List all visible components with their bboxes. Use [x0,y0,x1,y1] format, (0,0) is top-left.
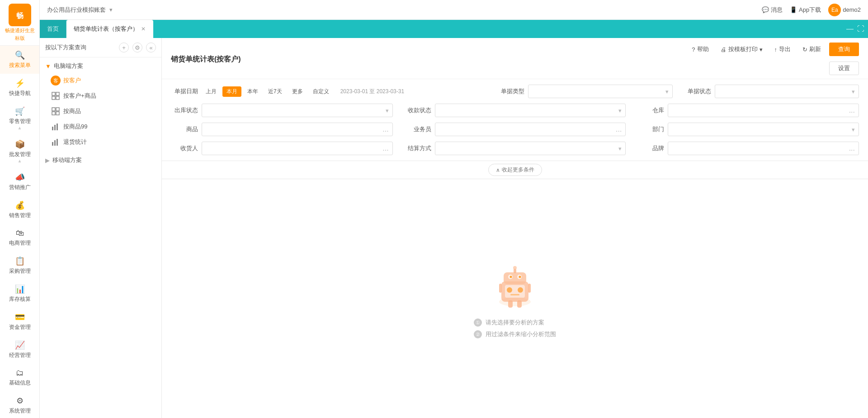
refresh-btn[interactable]: ↻ 刷新 [799,43,825,55]
scheme-settings-btn[interactable]: ⚙ [132,43,142,52]
staff-select[interactable]: ... [435,123,626,136]
collapse-panel-btn[interactable]: « [146,43,156,52]
doc-type-select[interactable]: ▾ [528,85,672,98]
doc-status-select[interactable]: ▾ [715,85,859,98]
export-label: 导出 [779,45,791,53]
svg-point-29 [510,276,512,278]
empty-robot-svg [488,259,542,313]
doc-type-dropdown-icon: ▾ [665,88,669,95]
brand-select[interactable]: ... [668,142,859,155]
tree-child-by-goods[interactable]: 按商品 [40,104,161,119]
goods-select[interactable]: ... [202,123,393,136]
warehouse-dots-icon[interactable]: ... [849,106,855,114]
date-tab-this-month[interactable]: 本月 [222,86,241,97]
finance-icon: 💳 [15,312,25,322]
date-tab-last-month[interactable]: 上月 [202,86,221,97]
settings-button[interactable]: 设置 [829,62,859,75]
sidebar-item-finance[interactable]: 💳 资金管理 [0,308,39,336]
payment-select[interactable]: ▾ [435,142,626,155]
staff-dots-icon[interactable]: ... [616,125,622,133]
tab-report[interactable]: 销货单统计表（按客户） ✕ [66,20,153,38]
svg-rect-4 [52,96,55,100]
out-status-select[interactable]: ▾ [202,104,393,117]
svg-rect-21 [510,294,519,295]
left-panel-header: 按以下方案查询 + ⚙ « [40,38,161,57]
template-print-label: 按模板打印 [728,45,758,53]
date-tab-7days[interactable]: 近7天 [264,86,286,97]
sidebar-item-sales[interactable]: 💰 销售管理 [0,196,39,224]
refresh-label: 刷新 [809,45,821,53]
dropdown-icon[interactable]: ▾ [109,6,113,13]
top-header: 办公用品行业模拟账套 ▾ 💬 消息 📱 App下载 Ea demo2 [40,0,868,20]
add-scheme-btn[interactable]: + [119,43,129,52]
tree-child-by-customer[interactable]: 客 按客户 [40,73,161,88]
sidebar-item-operation[interactable]: 📈 经营管理 [0,336,39,364]
date-tab-this-year[interactable]: 本年 [243,86,262,97]
sidebar-item-label: 资金管理 [9,323,31,331]
page-content: 按以下方案查询 + ⚙ « ▼ 电脑端方案 [40,38,868,418]
sidebar-item-system[interactable]: ⚙ 系统管理 [0,391,39,418]
out-status-dropdown-icon: ▾ [386,107,389,114]
svg-rect-10 [52,127,53,130]
sidebar-item-basic[interactable]: 🗂 基础信息 [0,364,39,391]
tab-minimize-btn[interactable]: — [846,25,854,33]
dept-select[interactable]: ▾ [668,123,859,136]
template-print-btn[interactable]: 🖨 按模板打印 ▾ [717,43,766,55]
user-area[interactable]: Ea demo2 [828,4,861,16]
sidebar-item-label: 搜索菜单 [9,62,31,69]
logo-subtext: 标版 [15,35,25,42]
receipt-status-select[interactable]: ▾ [435,104,626,117]
sidebar-item-marketing[interactable]: 📣 营销推广 [0,168,39,196]
tab-home[interactable]: 首页 [40,20,66,38]
logo-text: 畅捷通好生意 [5,27,35,34]
sidebar-item-ecommerce[interactable]: 🛍 电商管理 [0,224,39,252]
page-actions: ? 帮助 🖨 按模板打印 ▾ ↑ 导出 ↻ [688,43,825,55]
header-right: 💬 消息 📱 App下载 Ea demo2 [762,4,861,16]
by-goods-99-icon [51,122,61,132]
hint-2-text: 用过滤条件来缩小分析范围 [486,330,556,338]
export-btn[interactable]: ↑ 导出 [771,43,795,55]
sidebar-item-purchase[interactable]: 📋 采购管理 [0,252,39,280]
sidebar-item-inventory[interactable]: 📊 库存核算 [0,280,39,308]
left-panel-title: 按以下方案查询 [45,43,86,52]
svg-rect-23 [528,284,531,293]
query-button[interactable]: 查询 [829,43,859,56]
tab-maximize-btn[interactable]: ⛶ [857,25,864,33]
goods-dots-icon[interactable]: ... [382,125,388,133]
logo-area: 畅 畅捷通好生意 标版 [0,0,39,46]
tree-child-by-customer-goods[interactable]: 按客户+商品 [40,88,161,104]
doc-type-label: 单据类型 [497,87,524,95]
svg-point-32 [513,266,517,270]
tree-desktop-parent[interactable]: ▼ 电脑端方案 [40,59,161,73]
receiver-select[interactable]: ... [202,142,393,155]
help-label: 帮助 [697,45,709,53]
help-btn[interactable]: ? 帮助 [688,43,712,55]
user-name: demo2 [843,6,861,13]
date-tab-more[interactable]: 更多 [288,86,307,97]
tree-child-returns[interactable]: 退货统计 [40,134,161,150]
svg-point-30 [519,276,521,278]
sidebar-item-wholesale[interactable]: 📦 批发管理 ▲ [0,135,39,168]
receiver-dots-icon[interactable]: ... [382,144,388,152]
tree-child-by-goods-99[interactable]: 按商品99 [40,119,161,134]
tab-close-btn[interactable]: ✕ [141,26,146,32]
main-area: 办公用品行业模拟账套 ▾ 💬 消息 📱 App下载 Ea demo2 首页 [40,0,868,418]
app-download-btn[interactable]: 📱 App下载 [790,6,821,14]
collapse-conditions-btn[interactable]: ∧ 收起更多条件 [488,164,542,176]
right-content: 销货单统计表(按客户) ? 帮助 🖨 按模板打印 ▾ ↑ [162,38,868,418]
warehouse-select[interactable]: ... [668,104,859,117]
divider-5 [398,123,399,136]
filter-doc-status: 单据状态 ▾ [684,85,859,98]
sidebar-item-retail[interactable]: 🛒 零售管理 ▲ [0,102,39,135]
tree-mobile-parent[interactable]: ▶ 移动端方案 [40,153,161,167]
message-btn[interactable]: 💬 消息 [762,6,783,14]
left-panel: 按以下方案查询 + ⚙ « ▼ 电脑端方案 [40,38,162,418]
sidebar-item-shortcuts[interactable]: ⚡ 快捷导航 [0,74,39,102]
date-tab-custom[interactable]: 自定义 [309,86,333,97]
add-icon: + [122,44,126,51]
brand-dots-icon[interactable]: ... [849,144,855,152]
out-status-label: 出库状态 [171,106,198,114]
search-icon: 🔍 [15,50,25,60]
sidebar-item-search[interactable]: 🔍 搜索菜单 [0,46,39,74]
expand-arrow-icon: ▼ [45,63,51,70]
